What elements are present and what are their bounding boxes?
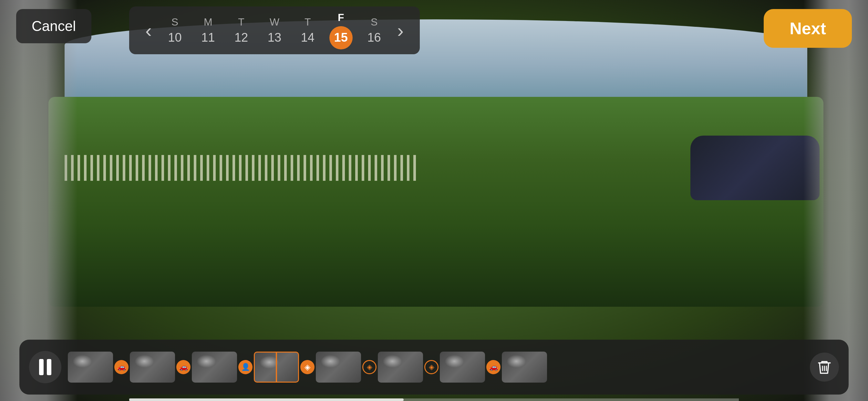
active-day-circle: 15 [330,26,352,50]
pause-bar-right [47,359,51,375]
person-car-icon: 👤 [238,360,252,374]
timeline-clip-8[interactable] [502,351,547,382]
clip-glare-5 [321,355,340,368]
car-icon-2: 🚗 [176,360,190,374]
pause-icon [39,359,51,375]
calendar-day-11[interactable]: M 11 [192,16,224,44]
clip-glare-7 [445,355,464,368]
calendar-day-10[interactable]: S 10 [159,16,191,44]
calendar-day-12[interactable]: T 12 [225,16,257,44]
day-number-14: 14 [301,31,314,44]
car-icon-1: 🚗 [114,360,128,374]
day-letter-w: W [270,16,279,28]
calendar-days: S 10 M 11 T 12 W 13 T 14 F 15 S [158,11,391,50]
timeline-content: 🚗 🚗 👤 ◈ [68,351,803,382]
event-shape-1[interactable]: ◈ [361,360,378,374]
trash-icon [817,359,832,375]
calendar-day-15-active[interactable]: F 15 [325,11,357,50]
timeline-bar: 🚗 🚗 👤 ◈ [20,340,848,395]
delete-button[interactable] [810,352,839,382]
pause-bar-left [39,359,43,375]
calendar-prev-button[interactable]: ‹ [139,19,158,42]
timeline-clip-2[interactable] [130,351,175,382]
next-button[interactable]: Next [764,9,852,48]
day-letter-s2: S [371,16,377,28]
day-letter-f: F [338,11,344,24]
timeline-clip-7[interactable] [440,351,485,382]
calendar-nav: ‹ S 10 M 11 T 12 W 13 T 14 F 15 [129,6,420,54]
day-number-13: 13 [268,31,281,44]
day-letter-s1: S [172,16,178,28]
cancel-button[interactable]: Cancel [16,9,91,43]
scrubber-indicator [276,351,277,382]
calendar-day-16[interactable]: S 16 [358,16,391,44]
clip-glare-3 [197,355,216,368]
event-shape-2[interactable]: ◈ [423,360,440,374]
calendar-day-14[interactable]: T 14 [291,16,324,44]
event-car-3[interactable]: 🚗 [485,360,502,374]
clip-glare [73,355,92,368]
timeline-clip-3[interactable] [192,351,237,382]
clip-glare-2 [135,355,154,368]
day-number-10: 10 [168,31,182,44]
calendar-day-13[interactable]: W 13 [258,16,290,44]
timeline-clip-1[interactable] [68,351,113,382]
event-active[interactable]: ◈ [299,360,316,374]
event-person-car[interactable]: 👤 [237,360,254,374]
timeline-strip[interactable]: 🚗 🚗 👤 ◈ [68,346,803,388]
event-car-1[interactable]: 🚗 [113,360,130,374]
day-number-11: 11 [201,31,215,44]
progress-bar[interactable] [129,398,739,401]
day-letter-t2: T [305,16,311,28]
clip-glare-8 [507,355,526,368]
day-letter-t1: T [238,16,244,28]
shape-icon-2: ◈ [424,360,438,374]
active-event-icon: ◈ [300,360,314,374]
shape-icon-1: ◈ [362,360,376,374]
timeline-clip-5[interactable] [316,351,361,382]
day-letter-m: M [204,16,213,28]
clip-glare-6 [383,355,402,368]
pause-button[interactable] [29,351,61,383]
calendar-next-button[interactable]: › [391,19,410,42]
event-car-2[interactable]: 🚗 [175,360,192,374]
timeline-clip-4-active[interactable] [254,351,299,382]
day-number-12: 12 [235,31,248,44]
car-icon-3: 🚗 [486,360,500,374]
progress-bar-fill [129,398,404,401]
timeline-clip-6[interactable] [378,351,423,382]
day-number-16: 16 [367,31,381,44]
